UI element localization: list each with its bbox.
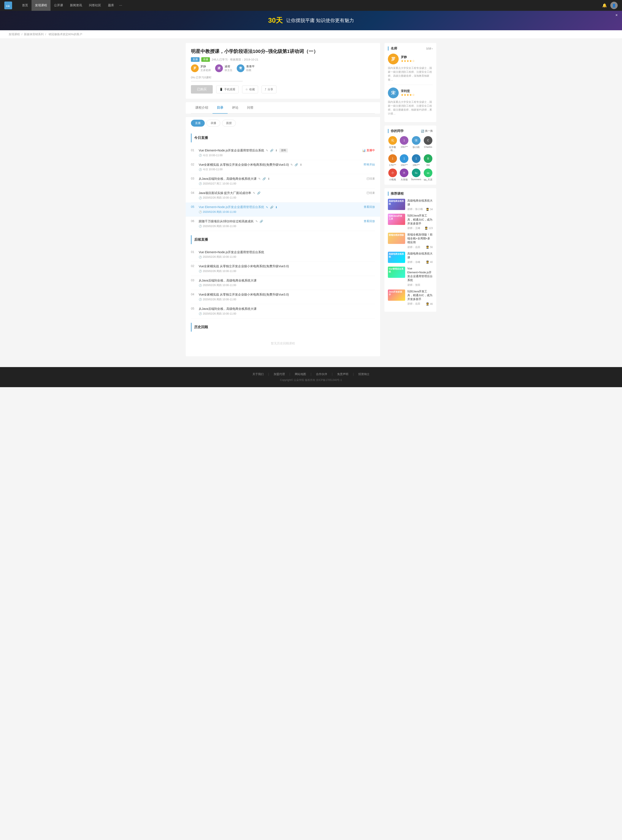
live-status-0[interactable]: 📊 直播中 [362, 148, 375, 152]
rec-title-0: 高级电商全线系统大课 [407, 199, 433, 206]
breadcrumb-link-1[interactable]: 新媒体营销系列 [24, 33, 44, 36]
course-tags: 直播 录播 246人已学习 · 有效期至：2019-10-21 [191, 57, 375, 62]
teachers-title: 名师 1/10 › [388, 46, 433, 50]
live-status-3: 已结束 [362, 191, 375, 195]
classmate-avatar-6: 1 [412, 154, 421, 163]
edit-icon-5[interactable]: ✎ [256, 220, 258, 223]
link-icon-1[interactable]: 🔗 [294, 163, 298, 166]
logo-icon: 云朵 [4, 2, 12, 9]
edit-icon-2[interactable]: ✎ [258, 177, 261, 180]
lesson-upcoming-2: 03 从Java后端到全栈，高级电商全栈系统大课 🕐2020/02/26 周四 … [191, 276, 375, 290]
user-avatar[interactable]: 👤 [610, 2, 618, 9]
teacher-info-2: 青青平 助教 [246, 64, 255, 72]
mobile-watch-button[interactable]: 📱 手机观看 [216, 86, 239, 93]
live-status-5[interactable]: 查看回放 [362, 219, 375, 223]
classmate-name-6: 1867** [413, 164, 420, 166]
link-icon-3[interactable]: 🔗 [257, 191, 261, 195]
link-icon-4[interactable]: 🔗 [270, 206, 273, 209]
rec-title-4: Vue Element+Node.js开发企业通用管理后台系统 [407, 267, 433, 283]
collect-button[interactable]: ☆ 收藏 [242, 86, 258, 93]
mobile-label: 手机观看 [224, 87, 235, 92]
teachers-nav[interactable]: 1/10 › [426, 47, 433, 50]
classmates-title: 你的同学 🔄 换一换 [388, 129, 433, 133]
link-icon-0[interactable]: 🔗 [270, 149, 273, 152]
tag-live: 直播 [191, 57, 200, 62]
classmate-6: 1 1867** [411, 154, 421, 166]
nav-discover[interactable]: 发现课程 [32, 0, 50, 11]
live-status-2: 已结束 [362, 177, 375, 180]
tab-qa[interactable]: 问答 [243, 102, 258, 114]
footer-link-0[interactable]: 关于我们 [253, 372, 264, 376]
bell-icon[interactable]: 🔔 [602, 3, 607, 8]
lesson-name-1: Vue全家桶实战 从零独立开发企业级小米电商系统(免费升级Vue3.0) [199, 163, 289, 167]
tabs-nav: 课程介绍 目录 评论 问答 [191, 102, 375, 114]
lesson-time-3: 🕐 2020/02/26 周四 10:00-11:00 [199, 196, 359, 200]
nav-more[interactable]: ··· [117, 0, 124, 11]
footer-link-2[interactable]: 网站地图 [295, 372, 306, 376]
classmate-1: 1 1567** [399, 136, 409, 152]
bought-button[interactable]: 已购买 [191, 85, 213, 93]
rec-course-2[interactable]: 前端全栈加强版 前端全栈加强版！前端全栈+全周期+多维应用 讲师：岳田 🧑‍🎓 … [388, 233, 433, 249]
lesson-upcoming-1: 02 Vue全家桶实战 从零独立开发企业级小米电商系统(免费升级Vue3.0) … [191, 262, 375, 276]
tab-intro[interactable]: 课程介绍 [191, 102, 212, 114]
share-button[interactable]: ⤴ 分享 [262, 86, 276, 93]
subtab-record[interactable]: 录播 [206, 120, 220, 127]
lesson-today-5: 06 跟随千万级项目从0到100全过程高效成长 ✎ 🔗 🕐 2020/02/26… [191, 217, 375, 231]
rec-course-4[interactable]: Vue管理后台系统 Vue Element+Node.js开发企业通用管理后台系… [388, 267, 433, 287]
sub-tabs: 直播 录播 面授 [186, 117, 380, 129]
edit-icon-0[interactable]: ✎ [266, 149, 268, 152]
edit-icon-3[interactable]: ✎ [253, 191, 255, 195]
teacher-name-0: 罗静 [200, 64, 211, 69]
nav-open[interactable]: 公开课 [50, 0, 67, 11]
lesson-upcoming-0: 01 Vue Element+Node.js开发企业通用管理后台系统 🕐2020… [191, 247, 375, 262]
teacher-role-1: 班主任 [225, 69, 232, 72]
tab-toc[interactable]: 目录 [212, 102, 228, 114]
edit-icon-4[interactable]: ✎ [266, 206, 268, 209]
switch-btn[interactable]: 🔄 换一换 [421, 129, 433, 133]
edit-icon-1[interactable]: ✎ [291, 163, 293, 166]
link-icon-5[interactable]: 🔗 [259, 220, 263, 223]
rec-course-5[interactable]: Java开发多面手 玩转Java开发工具，精通JUC，成为开发多面手 讲师：岳田… [388, 290, 433, 306]
lesson-time-1: 🕐 今日 10:00-11:00 [199, 168, 359, 171]
progress-bar: 0% 已学习0课时 [191, 76, 375, 82]
download-icon-0[interactable]: ⬇ [275, 149, 277, 152]
teachers-row: 罗 罗静 主讲老师 凌 凌荷 班主任 [191, 64, 375, 72]
live-status-1[interactable]: 即将开始 [362, 163, 375, 166]
tab-comments[interactable]: 评论 [228, 102, 243, 114]
nav-qa[interactable]: 问答社区 [85, 0, 105, 11]
breadcrumb-link-0[interactable]: 发现课程 [9, 33, 20, 36]
lesson-today-0: 01 Vue Element+Node.js开发企业通用管理后台系统 ✎ 🔗 ⬇… [191, 146, 375, 160]
action-row: 已购买 📱 手机观看 ☆ 收藏 ⤴ 分享 [191, 85, 375, 93]
sidebar-right: 名师 1/10 › 罗 罗静 ★★★★☆ 国内某重点大学安全工程专业硕士，国家一… [384, 43, 436, 356]
rec-meta-0: 讲师：张小锋 🧑‍🎓 34 [407, 208, 433, 211]
main-tabs: 课程介绍 目录 评论 问答 [186, 102, 380, 114]
lesson-info-1: Vue全家桶实战 从零独立开发企业级小米电商系统(免费升级Vue3.0) ✎ 🔗… [199, 163, 359, 171]
banner-close[interactable]: × [615, 13, 618, 17]
lesson-info-2: 从Java后端到全栈，高级电商全栈系统大课 ✎ 🔗 ⬇ 🕐 2020/02/27… [199, 177, 359, 186]
footer-link-4[interactable]: 免责声明 [337, 372, 348, 376]
nav-logo[interactable]: 云朵 [4, 2, 12, 9]
subtab-offline[interactable]: 面授 [222, 120, 236, 127]
footer-link-1[interactable]: 加盟代理 [274, 372, 285, 376]
lesson-num-0: 01 [191, 148, 196, 152]
footer-link-5[interactable]: 招资纳士 [358, 372, 369, 376]
download-icon-1[interactable]: ⬇ [300, 163, 302, 166]
download-icon-4[interactable]: ⬇ [275, 206, 277, 209]
nav-news[interactable]: 新闻资讯 [67, 0, 85, 11]
live-status-4[interactable]: 查看回放 [362, 205, 375, 209]
teacher-card-avatar-1: 宋 [388, 87, 399, 98]
rec-course-0[interactable]: 高级电商全线系统 高级电商全线系统大课 讲师：张小锋 🧑‍🎓 34 [388, 199, 433, 211]
classmate-7: B Bill [423, 154, 433, 166]
footer-link-3[interactable]: 合作伙伴 [316, 372, 327, 376]
link-icon-2[interactable]: 🔗 [262, 177, 266, 180]
rec-info-5: 玩转Java开发工具，精通JUC，成为开发多面手 讲师：岳田 🧑‍🎓 46 [407, 290, 433, 306]
subtab-live[interactable]: 直播 [191, 120, 205, 127]
rec-course-1[interactable]: 玩转Java开发工具 玩转Java开发工具，精通JUC，成为开发多面手 讲师：王… [388, 214, 433, 230]
nav-home[interactable]: 首页 [18, 0, 32, 11]
lesson-row-4: 05 Vue Element+Node.js开发企业通用管理后台系统 ✎ 🔗 ⬇… [191, 205, 375, 214]
download-icon-2[interactable]: ⬇ [268, 177, 270, 180]
nav-bank[interactable]: 题库 [105, 0, 117, 11]
rec-course-3[interactable]: 高级电商全线系统 高级电商全线系统大课 讲师：冷峰 🧑‍🎓 40 [388, 252, 433, 264]
lesson-info-5: 跟随千万级项目从0到100全过程高效成长 ✎ 🔗 🕐 2020/02/26 周四… [199, 219, 359, 228]
resource-badge-0[interactable]: 资料 [279, 148, 288, 153]
